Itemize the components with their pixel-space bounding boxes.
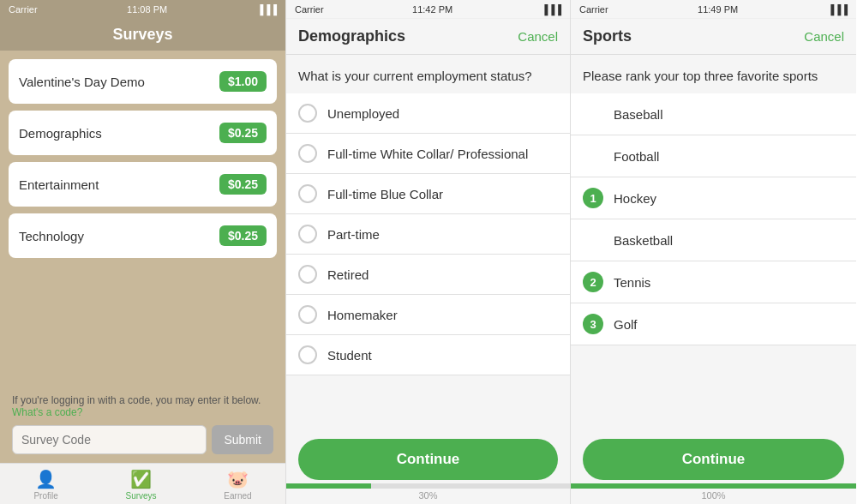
survey-name-1: Valentine's Day Demo [19, 75, 145, 89]
sport-label-baseball: Baseball [614, 107, 663, 122]
tab-earned-label: Earned [224, 491, 251, 501]
surveys-header: Surveys [0, 19, 285, 51]
sports-continue-button[interactable]: Continue [583, 439, 844, 480]
time-1: 11:08 PM [127, 4, 167, 15]
tab-bar: 👤 Profile ✅ Surveys 🐷 Earned [0, 463, 285, 504]
earned-icon: 🐷 [227, 469, 249, 489]
tab-profile[interactable]: 👤 Profile [33, 469, 57, 501]
sports-question: Please rank your top three favorite spor… [571, 55, 856, 93]
sports-panel: Carrier 11:49 PM ▐▐▐ Sports Cancel Pleas… [571, 0, 856, 504]
survey-item[interactable]: Demographics $0.25 [9, 111, 277, 155]
carrier-1: Carrier [9, 4, 38, 15]
surveys-panel: Carrier 11:08 PM ▐▐▐ Surveys Valentine's… [0, 0, 285, 504]
time-2: 11:42 PM [412, 4, 452, 15]
survey-price-1: $1.00 [219, 71, 267, 92]
survey-item[interactable]: Valentine's Day Demo $1.00 [9, 59, 277, 104]
sports-list: Baseball Football 1 Hockey Basketball 2 … [571, 93, 856, 430]
time-3: 11:49 PM [698, 4, 738, 15]
survey-list: Valentine's Day Demo $1.00 Demographics … [0, 51, 285, 386]
survey-name-2: Demographics [19, 126, 102, 141]
option-label-homemaker: Homemaker [327, 308, 398, 322]
tab-profile-label: Profile [33, 491, 57, 501]
radio-student[interactable] [298, 345, 317, 364]
battery-2: ▐▐▐ [542, 4, 561, 15]
carrier-2: Carrier [295, 4, 324, 15]
status-bar-1: Carrier 11:08 PM ▐▐▐ [0, 0, 285, 19]
demographics-question: What is your current employment status? [286, 55, 570, 93]
survey-price-3: $0.25 [219, 174, 267, 195]
survey-price-2: $0.25 [219, 123, 267, 143]
sport-rank-empty-baseball [583, 104, 603, 124]
sport-rank-tennis: 2 [583, 272, 603, 292]
radio-unemployed[interactable] [298, 104, 317, 123]
tab-surveys[interactable]: ✅ Surveys [125, 469, 156, 501]
demographics-header: Demographics Cancel [286, 19, 570, 55]
battery-3: ▐▐▐ [828, 4, 848, 15]
sport-label-hockey: Hockey [614, 191, 656, 206]
sport-baseball[interactable]: Baseball [571, 93, 856, 135]
option-parttime[interactable]: Part-time [286, 214, 570, 255]
status-bar-2: Carrier 11:42 PM ▐▐▐ [286, 0, 570, 19]
option-homemaker[interactable]: Homemaker [286, 295, 570, 335]
option-label-parttime: Part-time [327, 227, 380, 242]
sports-header: Sports Cancel [571, 19, 856, 55]
sport-football[interactable]: Football [571, 135, 856, 177]
radio-fulltime-blue[interactable] [298, 184, 317, 203]
profile-icon: 👤 [35, 469, 57, 489]
survey-name-3: Entertainment [19, 177, 99, 192]
sport-rank-hockey: 1 [583, 188, 603, 208]
survey-item[interactable]: Entertainment $0.25 [9, 162, 277, 207]
sport-label-basketball: Basketball [614, 233, 673, 248]
battery-1: ▐▐▐ [257, 4, 277, 15]
submit-button[interactable]: Submit [212, 425, 273, 454]
tab-earned[interactable]: 🐷 Earned [224, 469, 251, 501]
option-unemployed[interactable]: Unemployed [286, 93, 570, 134]
radio-homemaker[interactable] [298, 305, 317, 324]
sport-basketball[interactable]: Basketball [571, 219, 856, 261]
option-label-unemployed: Unemployed [327, 106, 399, 121]
sport-tennis[interactable]: 2 Tennis [571, 261, 856, 303]
option-label-fulltime-white: Full-time White Collar/ Professional [327, 147, 528, 161]
option-fulltime-white[interactable]: Full-time White Collar/ Professional [286, 134, 570, 174]
sport-label-golf: Golf [614, 317, 638, 332]
code-section: If you're logging in with a code, you ma… [0, 386, 285, 463]
radio-parttime[interactable] [298, 225, 317, 243]
sport-rank-empty-basketball [583, 230, 603, 250]
code-input-row: Submit [12, 425, 273, 454]
sport-rank-empty-football [583, 146, 603, 166]
options-list: Unemployed Full-time White Collar/ Profe… [286, 93, 570, 430]
survey-code-input[interactable] [12, 425, 207, 454]
carrier-3: Carrier [579, 4, 608, 15]
demographics-continue-button[interactable]: Continue [298, 439, 558, 480]
surveys-title: Surveys [7, 26, 279, 44]
demographics-cancel[interactable]: Cancel [518, 29, 558, 44]
option-label-retired: Retired [327, 267, 369, 282]
status-bar-3: Carrier 11:49 PM ▐▐▐ [571, 0, 856, 19]
code-text: If you're logging in with a code, you ma… [12, 394, 273, 418]
option-fulltime-blue[interactable]: Full-time Blue Collar [286, 174, 570, 214]
tab-surveys-label: Surveys [125, 491, 156, 501]
sport-golf[interactable]: 3 Golf [571, 303, 856, 345]
sports-cancel[interactable]: Cancel [804, 29, 844, 44]
sports-progress-label: 100% [571, 489, 856, 504]
sport-label-football: Football [614, 149, 659, 164]
survey-item[interactable]: Technology $0.25 [9, 213, 277, 258]
whats-code-link[interactable]: What's a code? [12, 406, 82, 418]
option-label-student: Student [327, 348, 372, 363]
option-retired[interactable]: Retired [286, 255, 570, 295]
demographics-title: Demographics [298, 27, 405, 45]
survey-name-4: Technology [19, 229, 84, 243]
sport-rank-golf: 3 [583, 314, 603, 334]
sports-title: Sports [583, 27, 632, 45]
sport-label-tennis: Tennis [614, 275, 650, 290]
radio-retired[interactable] [298, 265, 317, 284]
option-student[interactable]: Student [286, 335, 570, 375]
radio-fulltime-white[interactable] [298, 144, 317, 163]
sport-hockey[interactable]: 1 Hockey [571, 177, 856, 219]
surveys-icon: ✅ [130, 469, 152, 489]
survey-price-4: $0.25 [219, 225, 267, 246]
option-label-fulltime-blue: Full-time Blue Collar [327, 187, 443, 201]
demographics-panel: Carrier 11:42 PM ▐▐▐ Demographics Cancel… [285, 0, 571, 504]
demographics-progress-label: 30% [286, 489, 570, 504]
